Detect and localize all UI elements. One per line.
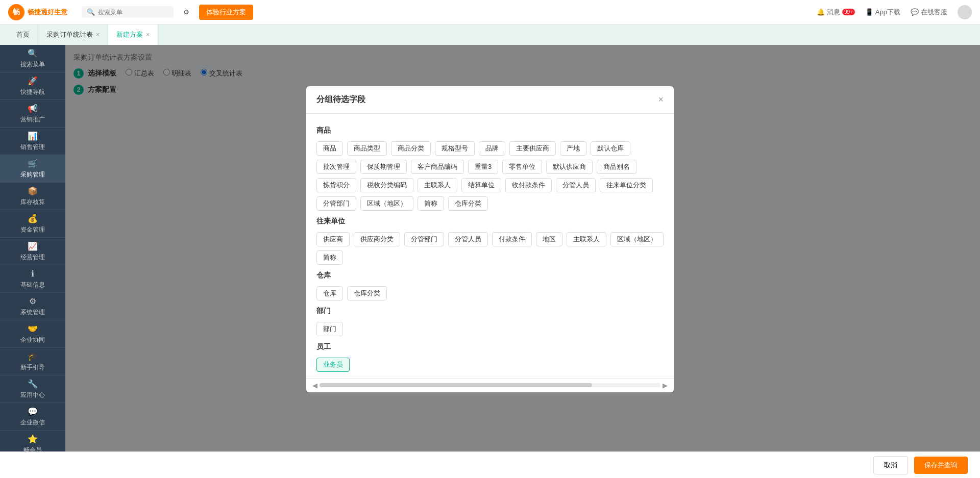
tag-goods-retail-unit[interactable]: 零售单位 bbox=[502, 160, 542, 174]
sidebar-item-guide[interactable]: 🎓 新手引导 bbox=[0, 348, 65, 375]
sidebar-item-marketing[interactable]: 📢 营销推广 bbox=[0, 100, 65, 128]
scroll-left-arrow[interactable]: ◀ bbox=[312, 382, 317, 389]
tag-goods-warehouse-category[interactable]: 仓库分类 bbox=[448, 196, 488, 211]
experience-button[interactable]: 体验行业方案 bbox=[199, 5, 253, 20]
sidebar-item-collab[interactable]: 🤝 企业协同 bbox=[0, 320, 65, 348]
tag-partner-area[interactable]: 区域（地区） bbox=[610, 232, 664, 246]
tag-goods-spec[interactable]: 规格型号 bbox=[435, 141, 475, 156]
tag-goods-category[interactable]: 商品分类 bbox=[391, 141, 431, 156]
tab-new-scheme-close[interactable]: × bbox=[146, 31, 150, 38]
app-label: App下载 bbox=[875, 8, 900, 17]
search-input[interactable] bbox=[98, 9, 168, 16]
inventory-icon: 📦 bbox=[28, 186, 38, 196]
tag-goods-partner-category[interactable]: 往来单位分类 bbox=[600, 178, 653, 192]
message-nav[interactable]: 🔔 消息 99+ bbox=[817, 8, 855, 17]
tag-goods-payment-terms[interactable]: 收付款条件 bbox=[505, 178, 552, 192]
online-service-nav[interactable]: 💬 在线客服 bbox=[911, 8, 947, 17]
logo-area: 畅 畅捷通好生意 bbox=[8, 4, 74, 20]
guide-icon: 🎓 bbox=[28, 351, 38, 361]
avatar[interactable] bbox=[958, 5, 972, 19]
gear-button[interactable]: ⚙ bbox=[179, 5, 194, 20]
sidebar-item-collab-label: 企业协同 bbox=[20, 336, 45, 344]
tag-goods-expiry[interactable]: 保质期管理 bbox=[360, 160, 407, 174]
tab-new-scheme-label: 新建方案 bbox=[116, 30, 143, 39]
sidebar-item-inventory-label: 库存核算 bbox=[20, 198, 45, 207]
bottom-bar: 取消 保存并查询 bbox=[0, 451, 980, 478]
sidebar-item-marketing-label: 营销推广 bbox=[20, 115, 45, 124]
sidebar-item-sales[interactable]: 📊 销售管理 bbox=[0, 128, 65, 155]
app-icon: 📱 bbox=[865, 8, 873, 16]
tag-goods-main-supplier[interactable]: 主要供应商 bbox=[509, 141, 556, 156]
tag-goods-origin[interactable]: 产地 bbox=[560, 141, 586, 156]
section-title-staff: 员工 bbox=[316, 342, 664, 351]
tag-goods-default-supplier[interactable]: 默认供应商 bbox=[546, 160, 593, 174]
tab-purchase-stats-close[interactable]: × bbox=[96, 31, 100, 38]
tag-partner-manager[interactable]: 分管人员 bbox=[448, 232, 488, 246]
sidebar-item-basics[interactable]: ℹ 基础信息 bbox=[0, 265, 65, 293]
tag-group-staff: 业务员 bbox=[316, 358, 664, 372]
tag-goods-short-name[interactable]: 简称 bbox=[418, 196, 444, 211]
tag-partner-contact[interactable]: 主联系人 bbox=[567, 232, 606, 246]
modal-header: 分组待选字段 × bbox=[306, 86, 674, 114]
scroll-track bbox=[320, 383, 660, 387]
tag-goods-type[interactable]: 商品类型 bbox=[347, 141, 387, 156]
tab-new-scheme[interactable]: 新建方案 × bbox=[108, 24, 158, 45]
tag-goods-pick-score[interactable]: 拣货积分 bbox=[316, 178, 356, 192]
sidebar-item-wecom[interactable]: 💬 企业微信 bbox=[0, 403, 65, 431]
tag-goods-dept[interactable]: 分管部门 bbox=[316, 196, 356, 211]
tag-partner-supplier[interactable]: 供应商 bbox=[316, 232, 350, 246]
message-icon: 🔔 bbox=[817, 8, 825, 16]
tag-dept-item[interactable]: 部门 bbox=[316, 322, 343, 336]
tab-home[interactable]: 首页 bbox=[8, 24, 38, 45]
tag-goods-region[interactable]: 区域（地区） bbox=[360, 196, 413, 211]
tag-partner-dept[interactable]: 分管部门 bbox=[404, 232, 444, 246]
tag-partner-payment[interactable]: 付款条件 bbox=[492, 232, 532, 246]
tag-warehouse-category[interactable]: 仓库分类 bbox=[347, 286, 387, 300]
tag-goods-item[interactable]: 商品 bbox=[316, 141, 343, 156]
tag-goods-tax-code[interactable]: 税收分类编码 bbox=[360, 178, 413, 192]
tag-goods-settlement-unit[interactable]: 结算单位 bbox=[461, 178, 501, 192]
member-icon: ⭐ bbox=[28, 434, 38, 444]
tag-goods-brand[interactable]: 品牌 bbox=[479, 141, 505, 156]
message-label: 消息 bbox=[827, 8, 840, 17]
finance-icon: 💰 bbox=[28, 214, 38, 223]
tag-goods-alias[interactable]: 商品别名 bbox=[597, 160, 636, 174]
tag-group-warehouse: 仓库 仓库分类 bbox=[316, 286, 664, 300]
sidebar-item-apps[interactable]: 🔧 应用中心 bbox=[0, 375, 65, 403]
modal-close-btn[interactable]: × bbox=[658, 94, 664, 105]
sidebar: 🔍 搜索菜单 🚀 快捷导航 📢 营销推广 📊 销售管理 🛒 采购管理 📦 库存核… bbox=[0, 45, 65, 478]
sidebar-item-inventory[interactable]: 📦 库存核算 bbox=[0, 183, 65, 210]
tag-goods-manager[interactable]: 分管人员 bbox=[556, 178, 596, 192]
field-select-modal: 分组待选字段 × 商品 商品 商品类型 商品分类 规格型号 品牌 主要供应商 产… bbox=[306, 86, 674, 392]
tag-goods-customer-code[interactable]: 客户商品编码 bbox=[411, 160, 464, 174]
tab-purchase-stats[interactable]: 采购订单统计表 × bbox=[38, 24, 108, 45]
tag-warehouse-item[interactable]: 仓库 bbox=[316, 286, 343, 300]
tag-goods-batch[interactable]: 批次管理 bbox=[316, 160, 356, 174]
sidebar-item-search[interactable]: 🔍 搜索菜单 bbox=[0, 45, 65, 72]
sidebar-item-system[interactable]: ⚙ 系统管理 bbox=[0, 293, 65, 320]
tag-goods-default-warehouse[interactable]: 默认仓库 bbox=[591, 141, 630, 156]
service-icon: 💬 bbox=[911, 8, 919, 16]
sidebar-item-finance[interactable]: 💰 资金管理 bbox=[0, 210, 65, 238]
tag-goods-main-contact[interactable]: 主联系人 bbox=[418, 178, 457, 192]
sidebar-item-quick-nav[interactable]: 🚀 快捷导航 bbox=[0, 72, 65, 100]
tag-staff-salesperson[interactable]: 业务员 bbox=[316, 358, 350, 372]
sidebar-item-basics-label: 基础信息 bbox=[20, 281, 45, 289]
tag-partner-short-name[interactable]: 简称 bbox=[316, 250, 343, 265]
app-download-nav[interactable]: 📱 App下载 bbox=[865, 8, 900, 17]
top-right-nav: 🔔 消息 99+ 📱 App下载 💬 在线客服 bbox=[817, 5, 972, 19]
modal-title: 分组待选字段 bbox=[316, 94, 365, 105]
operations-icon: 📈 bbox=[28, 241, 38, 251]
tag-partner-region[interactable]: 地区 bbox=[536, 232, 562, 246]
search-box[interactable]: 🔍 bbox=[82, 6, 174, 18]
sidebar-item-purchase[interactable]: 🛒 采购管理 bbox=[0, 155, 65, 183]
save-query-button[interactable]: 保存并查询 bbox=[914, 457, 968, 474]
cancel-button[interactable]: 取消 bbox=[873, 456, 908, 474]
scroll-right-arrow[interactable]: ▶ bbox=[663, 382, 668, 389]
tag-partner-supplier-category[interactable]: 供应商分类 bbox=[354, 232, 400, 246]
sidebar-item-operations[interactable]: 📈 经营管理 bbox=[0, 238, 65, 265]
tab-bar: 首页 采购订单统计表 × 新建方案 × bbox=[0, 24, 980, 45]
logo-icon: 畅 bbox=[8, 4, 24, 20]
tag-goods-weight[interactable]: 重量3 bbox=[468, 160, 498, 174]
section-title-partner: 往来单位 bbox=[316, 217, 664, 226]
